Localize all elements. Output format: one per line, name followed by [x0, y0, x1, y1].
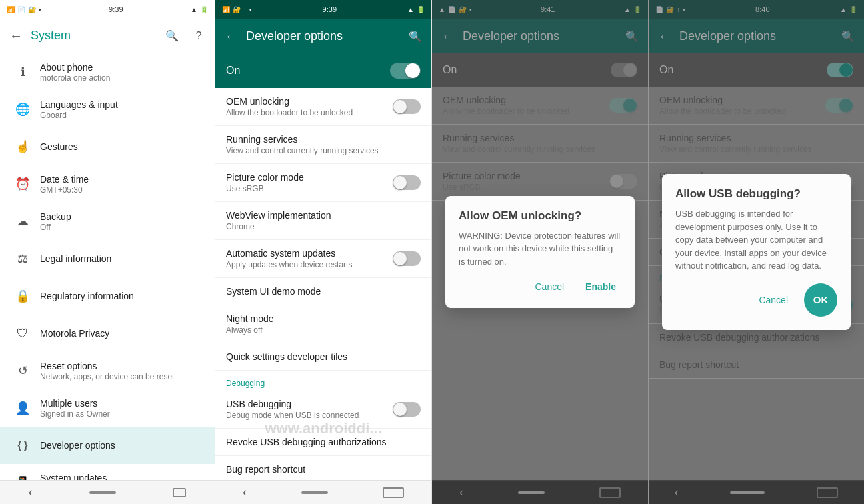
- revoke-title-mid: Revoke USB debugging authorizations: [226, 437, 421, 447]
- languages-icon: 🌐: [11, 97, 35, 121]
- usb-cancel-btn[interactable]: Cancel: [753, 283, 793, 317]
- on-toggle-mid[interactable]: [390, 63, 421, 79]
- dev-item-picture-mid[interactable]: Picture color mode Use sRGB: [215, 164, 431, 202]
- dev-item-usbdebug-mid[interactable]: USB debugging Debug mode when USB is con…: [215, 391, 431, 429]
- nav-home-left[interactable]: [89, 491, 116, 494]
- picture-subtitle-mid: Use sRGB: [226, 184, 304, 193]
- search-button-mid[interactable]: 🔍: [406, 27, 425, 45]
- picture-toggle-mid[interactable]: [393, 175, 421, 190]
- users-subtitle: Signed in as Owner: [40, 409, 204, 419]
- demo-title-mid: System UI demo mode: [226, 286, 421, 297]
- wifi-icon-mid: ▲: [407, 6, 414, 13]
- regulatory-title: Regulatory information: [40, 291, 204, 301]
- wifi-icon-left: ▲: [191, 6, 197, 13]
- on-row-mid[interactable]: On: [215, 53, 431, 88]
- users-title: Multiple users: [40, 398, 204, 409]
- oem-toggle-mid[interactable]: [393, 99, 421, 114]
- battery-icon-mid: 🔋: [417, 6, 425, 13]
- settings-list: ℹ About phone motorola one action 🌐 Lang…: [0, 53, 215, 480]
- settings-item-about[interactable]: ℹ About phone motorola one action: [0, 53, 215, 91]
- dev-item-running-mid[interactable]: Running services View and control curren…: [215, 126, 431, 164]
- settings-item-backup[interactable]: ☁ Backup Off: [0, 203, 215, 240]
- dev-settings-list-mid: OEM unlocking Allow the bootloader to be…: [215, 88, 431, 480]
- autoupdates-subtitle-mid: Apply updates when device restarts: [226, 260, 352, 269]
- dev-item-bug-mid[interactable]: Bug report shortcut: [215, 456, 431, 480]
- settings-item-updates[interactable]: 📱 System updates Updated to Android 9: [0, 464, 215, 480]
- users-icon: 👤: [11, 396, 35, 420]
- system-settings-panel: 📶 📄 🔐 • 9:39 ▲ 🔋 ← System 🔍 ? ℹ About ph…: [0, 0, 215, 504]
- autoupdates-toggle-mid[interactable]: [393, 251, 421, 266]
- lock-icon-mid: 🔐: [233, 6, 241, 13]
- help-button-left[interactable]: ?: [189, 27, 208, 45]
- settings-item-gestures[interactable]: ☝ Gestures: [0, 128, 215, 165]
- settings-item-users[interactable]: 👤 Multiple users Signed in as Owner: [0, 389, 215, 427]
- status-right-left: ▲ 🔋: [191, 6, 208, 13]
- dev-item-night-mid[interactable]: Night mode Always off: [215, 305, 431, 343]
- back-button-left[interactable]: ←: [7, 27, 25, 45]
- updates-title: System updates: [40, 473, 204, 481]
- settings-item-reset[interactable]: ↺ Reset options Network, apps, or device…: [0, 352, 215, 389]
- settings-item-languages[interactable]: 🌐 Languages & input Gboard: [0, 91, 215, 128]
- dev-item-oem-texts-mid: OEM unlocking Allow the bootloader to be…: [226, 96, 353, 117]
- languages-text: Languages & input Gboard: [40, 99, 204, 120]
- usbdebug-row-mid: USB debugging Debug mode when USB is con…: [226, 399, 421, 420]
- gestures-text: Gestures: [40, 141, 204, 152]
- system-app-bar: ← System 🔍 ?: [0, 19, 215, 53]
- regulatory-icon: 🔒: [11, 284, 35, 308]
- night-title-mid: Night mode: [226, 313, 421, 324]
- webview-subtitle-mid: Chrome: [226, 222, 421, 231]
- status-bar-left: 📶 📄 🔐 • 9:39 ▲ 🔋: [0, 0, 215, 19]
- usbdebug-texts-mid: USB debugging Debug mode when USB is con…: [226, 399, 359, 420]
- dev-item-demo-mid[interactable]: System UI demo mode: [215, 278, 431, 305]
- running-subtitle-mid: View and control currently running servi…: [226, 146, 421, 155]
- nav-back-left[interactable]: ‹: [29, 485, 33, 499]
- nav-recents-left[interactable]: [173, 488, 186, 497]
- about-icon: ℹ: [11, 60, 35, 84]
- usb-ok-btn[interactable]: OK: [804, 283, 837, 317]
- about-title: About phone: [40, 62, 204, 73]
- battery-icon-left: 🔋: [200, 6, 208, 13]
- status-icons-mid-left: 📶 🔐 ↑ •: [222, 6, 252, 13]
- dev-options-panel-2: ▲ 📄 🔐 • 9:41 ▲ 🔋 ← Developer options 🔍 O…: [432, 0, 649, 504]
- datetime-subtitle: GMT+05:30: [40, 185, 204, 195]
- dev-item-autoupdates-mid[interactable]: Automatic system updates Apply updates w…: [215, 240, 431, 278]
- settings-item-privacy[interactable]: 🛡 Motorola Privacy: [0, 315, 215, 352]
- dev-item-oem-mid[interactable]: OEM unlocking Allow the bootloader to be…: [215, 88, 431, 126]
- dev-item-quicktiles-mid[interactable]: Quick settings developer tiles: [215, 343, 431, 371]
- settings-item-datetime[interactable]: ⏰ Date & time GMT+05:30: [0, 165, 215, 203]
- reset-text: Reset options Network, apps, or device c…: [40, 361, 204, 381]
- back-button-mid[interactable]: ←: [222, 27, 241, 45]
- settings-item-legal[interactable]: ⚖ Legal information: [0, 240, 215, 277]
- oem-cancel-btn[interactable]: Cancel: [530, 279, 570, 295]
- nav-back-mid[interactable]: ‹: [243, 485, 247, 499]
- usb-dialog-title: Allow USB debugging?: [675, 187, 837, 201]
- nav-bar-bottom-left: ‹: [0, 480, 215, 504]
- backup-subtitle: Off: [40, 223, 204, 232]
- settings-item-developer[interactable]: { } Developer options: [0, 427, 215, 464]
- dev-item-webview-mid[interactable]: WebView implementation Chrome: [215, 202, 431, 240]
- bug-title-mid: Bug report shortcut: [226, 464, 421, 475]
- upload-icon-mid: ↑: [243, 6, 247, 13]
- oem-dialog-actions: Cancel Enable: [459, 279, 621, 295]
- search-button-left[interactable]: 🔍: [163, 27, 181, 45]
- dev-options-panel-3: 📄 🔐 ↑ • 8:40 ▲ 🔋 ← Developer options 🔍 O…: [649, 0, 864, 504]
- oem-enable-btn[interactable]: Enable: [580, 279, 621, 295]
- reset-icon: ↺: [11, 359, 35, 383]
- settings-item-regulatory[interactable]: 🔒 Regulatory information: [0, 277, 215, 315]
- datetime-icon: ⏰: [11, 172, 35, 196]
- status-right-mid: ▲ 🔋: [407, 6, 425, 13]
- lock-icon: 🔐: [28, 6, 36, 13]
- oem-dialog-title: Allow OEM unlocking?: [459, 209, 621, 223]
- picture-title-mid: Picture color mode: [226, 172, 304, 183]
- oem-dialog: Allow OEM unlocking? WARNING: Device pro…: [445, 196, 635, 309]
- dev-options-app-bar-mid: ← Developer options 🔍: [215, 19, 431, 53]
- legal-text: Legal information: [40, 253, 204, 264]
- nav-home-mid[interactable]: [301, 491, 328, 494]
- autoupdates-texts-mid: Automatic system updates Apply updates w…: [226, 248, 352, 269]
- sim-icon: 📶: [7, 6, 15, 13]
- dev-item-revoke-mid[interactable]: Revoke USB debugging authorizations: [215, 429, 431, 456]
- picture-row-mid: Picture color mode Use sRGB: [226, 172, 421, 193]
- developer-text: Developer options: [40, 440, 204, 451]
- usbdebug-toggle-mid[interactable]: [393, 402, 421, 417]
- nav-recents-mid[interactable]: [383, 487, 404, 498]
